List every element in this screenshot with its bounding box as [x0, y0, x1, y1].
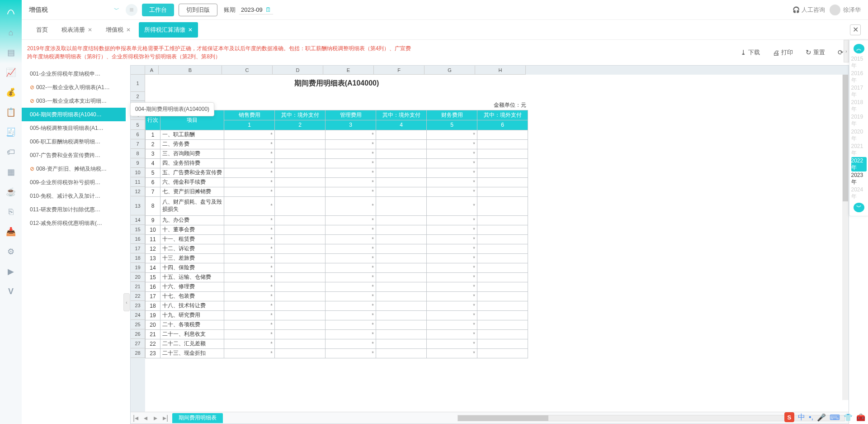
rownum-cell[interactable]: 2 — [146, 139, 160, 149]
value-cell[interactable]: * — [326, 301, 376, 310]
year-2017[interactable]: 2017年 — [851, 85, 867, 99]
row-header[interactable]: 5 — [131, 120, 145, 130]
col-header[interactable]: A — [145, 66, 159, 75]
cell[interactable]: 4 — [376, 120, 427, 130]
col-header[interactable]: C — [222, 66, 273, 75]
row-header[interactable]: 20 — [131, 272, 145, 282]
form-item-007[interactable]: 007-广告费和业务宣传费跨… — [22, 148, 126, 162]
value-cell[interactable]: * — [224, 225, 275, 234]
row-header[interactable]: 12 — [131, 187, 145, 196]
value-cell[interactable]: * — [427, 158, 477, 168]
form-item-002[interactable]: ⊘002-一般企业收入明细表(A1… — [22, 81, 126, 94]
value-cell[interactable]: * — [427, 329, 477, 339]
value-cell[interactable] — [376, 187, 427, 196]
row-header[interactable]: 15 — [131, 225, 145, 234]
value-cell[interactable] — [477, 244, 528, 253]
workbench-button[interactable]: 工作台 — [142, 4, 174, 16]
value-cell[interactable] — [477, 320, 528, 329]
value-cell[interactable] — [376, 149, 427, 158]
value-cell[interactable] — [275, 168, 326, 177]
hdr-fin-abroad[interactable]: 其中：境外支付 — [477, 110, 528, 120]
value-cell[interactable] — [477, 225, 528, 234]
value-cell[interactable] — [477, 215, 528, 225]
item-cell[interactable]: 三、咨询顾问费 — [160, 149, 224, 158]
year-2015[interactable]: 2015年 — [851, 55, 867, 70]
value-cell[interactable] — [376, 339, 427, 348]
value-cell[interactable]: * — [326, 130, 376, 139]
tab-vat[interactable]: 增值税✕ — [100, 22, 136, 38]
year-scroll-down-icon[interactable]: ︾ — [854, 203, 864, 212]
value-cell[interactable] — [275, 149, 326, 158]
item-cell[interactable]: 七、资产折旧摊销费 — [160, 187, 224, 196]
value-cell[interactable]: * — [427, 339, 477, 348]
form-item-011[interactable]: 011-研发费用加计扣除优惠… — [22, 203, 126, 216]
value-cell[interactable] — [376, 263, 427, 272]
module-dropdown[interactable]: 增值税 ﹀ — [29, 6, 119, 14]
rownum-cell[interactable]: 3 — [146, 149, 160, 158]
rownum-cell[interactable]: 17 — [146, 291, 160, 301]
close-icon[interactable]: ✕ — [88, 27, 92, 33]
nav-tax-icon[interactable]: ☕ — [5, 186, 16, 197]
value-cell[interactable]: * — [326, 272, 376, 282]
value-cell[interactable]: * — [427, 310, 477, 320]
row-header[interactable]: 16 — [131, 234, 145, 244]
value-cell[interactable] — [275, 348, 326, 358]
rownum-cell[interactable]: 5 — [146, 168, 160, 177]
value-cell[interactable]: * — [427, 244, 477, 253]
nav-v-icon[interactable]: V — [5, 286, 16, 297]
row-header[interactable]: 28 — [131, 348, 145, 358]
value-cell[interactable]: * — [224, 234, 275, 244]
value-cell[interactable]: * — [224, 177, 275, 187]
download-button[interactable]: ⤓下载 — [741, 48, 760, 57]
rownum-cell[interactable]: 16 — [146, 282, 160, 291]
value-cell[interactable]: * — [427, 187, 477, 196]
item-cell[interactable]: 二十、各项税费 — [160, 320, 224, 329]
row-header[interactable]: 13 — [131, 196, 145, 215]
value-cell[interactable] — [376, 244, 427, 253]
row-header[interactable]: 27 — [131, 339, 145, 348]
value-cell[interactable]: * — [326, 253, 376, 263]
close-icon[interactable]: ✕ — [188, 27, 193, 33]
value-cell[interactable] — [477, 348, 528, 358]
value-cell[interactable] — [376, 130, 427, 139]
value-cell[interactable]: * — [326, 196, 376, 215]
value-cell[interactable]: * — [224, 310, 275, 320]
value-cell[interactable] — [477, 329, 528, 339]
rownum-cell[interactable]: 10 — [146, 225, 160, 234]
value-cell[interactable]: * — [427, 196, 477, 215]
value-cell[interactable]: * — [427, 225, 477, 234]
row-header[interactable]: 19 — [131, 263, 145, 272]
nav-clipboard-icon[interactable]: 📋 — [5, 107, 16, 118]
col-header[interactable]: G — [425, 66, 475, 75]
sheet-nav-last-icon[interactable]: ▸| — [160, 413, 170, 423]
value-cell[interactable] — [275, 244, 326, 253]
form-item-010[interactable]: 010-免税、减计收入及加计… — [22, 189, 126, 203]
year-2020[interactable]: 2020年 — [851, 128, 867, 143]
scrollbar-thumb[interactable] — [843, 75, 848, 201]
form-item-004[interactable]: 004-期间费用明细表(A1040… — [22, 108, 126, 121]
col-header[interactable]: H — [475, 66, 526, 75]
value-cell[interactable]: * — [224, 139, 275, 149]
rownum-cell[interactable]: 15 — [146, 272, 160, 282]
value-cell[interactable] — [275, 225, 326, 234]
value-cell[interactable]: * — [224, 244, 275, 253]
item-cell[interactable]: 一、职工薪酬 — [160, 130, 224, 139]
row-header[interactable]: 7 — [131, 139, 145, 149]
ime-keyboard-icon[interactable]: ⌨ — [830, 413, 840, 422]
item-cell[interactable]: 二、劳务费 — [160, 139, 224, 149]
value-cell[interactable]: * — [326, 158, 376, 168]
value-cell[interactable] — [477, 263, 528, 272]
value-cell[interactable] — [376, 301, 427, 310]
value-cell[interactable]: * — [224, 263, 275, 272]
value-cell[interactable] — [376, 320, 427, 329]
tab-income[interactable]: 所得税汇算清缴✕ — [139, 22, 198, 38]
user-menu[interactable]: 徐泽华 — [830, 5, 861, 15]
value-cell[interactable]: * — [224, 196, 275, 215]
value-cell[interactable] — [376, 196, 427, 215]
nav-calendar-icon[interactable]: ▦ — [5, 167, 16, 177]
form-item-006[interactable]: 006-职工薪酬纳税调整明细… — [22, 135, 126, 148]
value-cell[interactable] — [376, 168, 427, 177]
row-header[interactable]: 22 — [131, 291, 145, 301]
item-cell[interactable]: 十四、保险费 — [160, 263, 224, 272]
menu-circle-icon[interactable]: ≡ — [126, 4, 137, 16]
